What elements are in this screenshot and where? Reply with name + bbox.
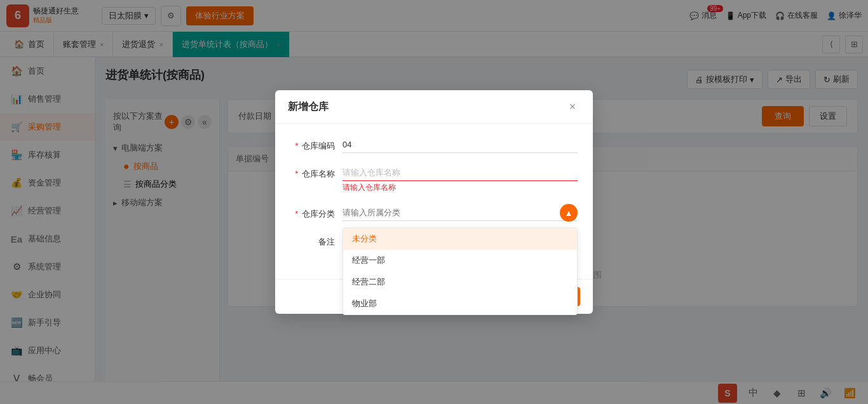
warehouse-code-input[interactable] <box>342 137 578 153</box>
warehouse-category-input[interactable] <box>342 205 578 221</box>
warehouse-category-label: * 仓库分类 <box>290 205 335 220</box>
warehouse-name-input[interactable] <box>342 165 578 181</box>
dropdown-item-property[interactable]: 物业部 <box>343 293 577 314</box>
dropdown-item-dept2[interactable]: 经营二部 <box>343 271 577 293</box>
modal-header: 新增仓库 × <box>275 90 593 124</box>
modal-body: * 仓库编码 * 仓库名称 请输入仓库名称 * 仓库分类 <box>275 124 593 279</box>
modal-close-button[interactable]: × <box>565 99 580 114</box>
warehouse-code-label: * 仓库编码 <box>290 137 335 152</box>
category-dropdown: 未分类 经营一部 经营二部 物业部 <box>342 227 578 315</box>
modal-title: 新增仓库 <box>288 100 329 114</box>
dropdown-item-uncategorized[interactable]: 未分类 <box>343 228 577 250</box>
warehouse-code-control <box>342 137 578 153</box>
warehouse-name-error: 请输入仓库名称 <box>342 182 578 193</box>
select-arrow-icon[interactable]: ▲ <box>560 204 578 222</box>
notes-label: 备注 <box>290 232 335 248</box>
warehouse-name-row: * 仓库名称 请输入仓库名称 <box>290 165 578 193</box>
warehouse-code-row: * 仓库编码 <box>290 137 578 153</box>
add-warehouse-modal: 新增仓库 × * 仓库编码 * 仓库名称 请输入仓库名称 <box>275 90 593 314</box>
warehouse-name-control: 请输入仓库名称 <box>342 165 578 193</box>
warehouse-category-select-wrapper: ▲ <box>342 205 578 221</box>
warehouse-name-label: * 仓库名称 <box>290 165 335 180</box>
warehouse-category-control: ▲ 未分类 经营一部 经营二部 物业部 <box>342 205 578 221</box>
warehouse-category-row: * 仓库分类 ▲ 未分类 经营一部 经营二部 物业部 <box>290 205 578 221</box>
dropdown-item-dept1[interactable]: 经营一部 <box>343 250 577 271</box>
